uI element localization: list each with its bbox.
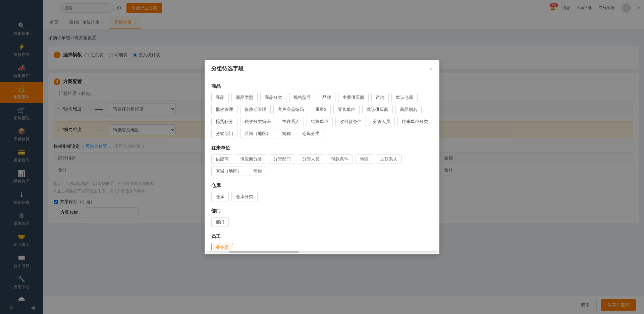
- section-department: 部门 部门: [211, 208, 433, 227]
- tag-pick-points[interactable]: 拣货积分: [211, 117, 237, 126]
- tag-partner-category[interactable]: 往来单位分类: [397, 117, 432, 126]
- tag-region[interactable]: 区域（地区）: [240, 129, 275, 138]
- tag-weight3[interactable]: 重量3: [311, 105, 331, 114]
- tag-brand[interactable]: 品牌: [318, 93, 335, 102]
- section-partner: 往来单位 供应商 供应商分类 分管部门 分管人员 付款条件 地区 主联系人 区域…: [211, 145, 433, 176]
- tag-goods[interactable]: 商品: [211, 93, 229, 102]
- tag-retail-unit[interactable]: 零售单位: [333, 105, 360, 114]
- tag-supplier[interactable]: 供应商: [211, 154, 233, 164]
- tag-salesperson[interactable]: 业务员: [211, 243, 233, 250]
- tag-partner-contact[interactable]: 主联系人: [376, 154, 402, 164]
- tag-default-supplier[interactable]: 默认供应商: [362, 105, 393, 114]
- section-partner-tags: 供应商 供应商分类 分管部门 分管人员 付款条件 地区 主联系人 区域（地区） …: [211, 154, 433, 176]
- tag-warehouse-category[interactable]: 仓库分类: [298, 129, 324, 138]
- tag-department[interactable]: 部门: [211, 217, 229, 227]
- tag-partner-region[interactable]: 区域（地区）: [211, 167, 246, 176]
- section-goods: 商品 商品 商品类型 商品分类 规格型号 品牌 主要供应商 产地 默认仓库 批次…: [211, 83, 433, 138]
- section-warehouse: 仓库 仓库 仓库分类: [211, 183, 433, 201]
- tag-supplier-category[interactable]: 供应商分类: [236, 154, 266, 164]
- tag-goods-alias[interactable]: 商品别名: [395, 105, 422, 114]
- section-staff-title: 员工: [211, 234, 433, 240]
- dialog-overlay[interactable]: 分组待选字段 × 商品 商品 商品类型 商品分类 规格型号 品牌 主要供应商 产…: [0, 0, 644, 314]
- section-department-title: 部门: [211, 208, 433, 214]
- dialog-title: 分组待选字段: [211, 65, 244, 72]
- section-warehouse-tags: 仓库 仓库分类: [211, 192, 433, 201]
- tag-partner-short[interactable]: 简称: [249, 167, 266, 176]
- tag-default-warehouse[interactable]: 默认仓库: [391, 93, 418, 102]
- section-goods-title: 商品: [211, 83, 433, 89]
- dialog: 分组待选字段 × 商品 商品 商品类型 商品分类 规格型号 品牌 主要供应商 产…: [205, 60, 439, 254]
- tag-supervisor[interactable]: 分管人员: [369, 117, 395, 126]
- section-partner-title: 往来单位: [211, 145, 433, 151]
- tag-settlement-unit[interactable]: 结算单位: [307, 117, 333, 126]
- tag-area[interactable]: 地区: [356, 154, 373, 164]
- tag-goods-category[interactable]: 商品分类: [260, 93, 286, 102]
- dialog-hscroll[interactable]: [205, 250, 439, 254]
- tag-main-supplier[interactable]: 主要供应商: [338, 93, 369, 102]
- tag-dept[interactable]: 分管部门: [211, 129, 237, 138]
- dialog-body: 商品 商品 商品类型 商品分类 规格型号 品牌 主要供应商 产地 默认仓库 批次…: [205, 78, 439, 250]
- dialog-header: 分组待选字段 ×: [205, 60, 439, 78]
- tag-partner-supervisor[interactable]: 分管人员: [298, 154, 324, 164]
- section-goods-tags: 商品 商品类型 商品分类 规格型号 品牌 主要供应商 产地 默认仓库 批次管理 …: [211, 93, 433, 138]
- tag-tax-code[interactable]: 税收分类编码: [240, 117, 275, 126]
- tag-partner-dept[interactable]: 分管部门: [269, 154, 295, 164]
- tag-warehouse-type[interactable]: 仓库分类: [231, 192, 258, 201]
- tag-shelf-life[interactable]: 保质期管理: [240, 105, 271, 114]
- section-staff-tags: 业务员: [211, 243, 433, 250]
- tag-spec-model[interactable]: 规格型号: [289, 93, 315, 102]
- tag-batch-mgmt[interactable]: 批次管理: [211, 105, 237, 114]
- tag-payment-terms[interactable]: 收付款条件: [335, 117, 366, 126]
- section-warehouse-title: 仓库: [211, 183, 433, 189]
- tag-main-contact[interactable]: 主联系人: [278, 117, 304, 126]
- tag-short-name[interactable]: 简称: [278, 129, 295, 138]
- tag-customer-goods-code[interactable]: 客户商品编码: [273, 105, 308, 114]
- tag-warehouse[interactable]: 仓库: [211, 192, 229, 201]
- tag-origin[interactable]: 产地: [371, 93, 389, 102]
- section-department-tags: 部门: [211, 217, 433, 227]
- section-staff: 员工 业务员: [211, 234, 433, 250]
- dialog-close-button[interactable]: ×: [429, 65, 433, 72]
- tag-payment-condition[interactable]: 付款条件: [327, 154, 353, 164]
- tag-goods-type[interactable]: 商品类型: [231, 93, 258, 102]
